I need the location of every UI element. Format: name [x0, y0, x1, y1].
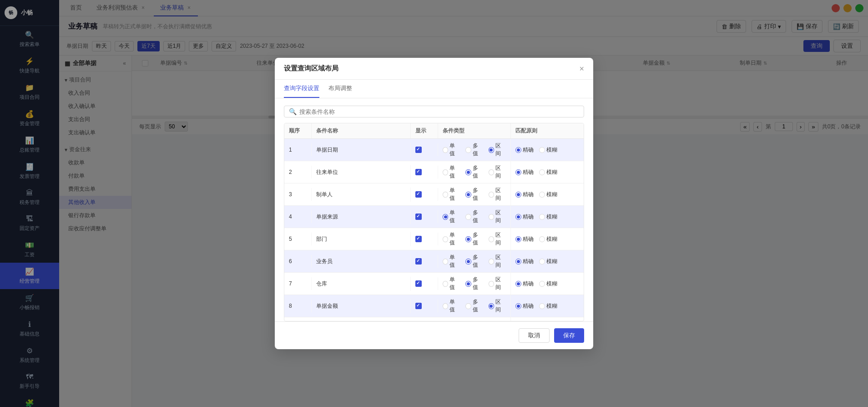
display-checkbox[interactable]	[415, 258, 422, 265]
display-checkbox[interactable]	[415, 236, 422, 242]
precise-radio[interactable]	[515, 147, 521, 153]
multiple-radio[interactable]	[465, 281, 471, 287]
display-checkbox[interactable]	[415, 147, 422, 153]
radio-item-multiple[interactable]: 多值	[465, 298, 483, 314]
display-checkbox[interactable]	[415, 169, 422, 175]
single-radio[interactable]	[443, 259, 448, 265]
radio-item-precise[interactable]: 精确	[515, 235, 534, 243]
single-radio[interactable]	[443, 169, 448, 175]
tab-field-settings[interactable]: 查询字段设置	[284, 80, 319, 98]
radio-item-precise[interactable]: 精确	[515, 168, 534, 176]
radio-item-fuzzy[interactable]: 模糊	[539, 280, 557, 288]
radio-item-precise[interactable]: 精确	[515, 302, 534, 310]
single-radio[interactable]	[443, 192, 448, 198]
radio-item-single[interactable]: 单值	[443, 187, 460, 202]
radio-item-multiple[interactable]: 多值	[465, 164, 483, 180]
radio-item-single[interactable]: 单值	[443, 164, 460, 180]
precise-radio[interactable]	[515, 192, 521, 198]
radio-item-multiple[interactable]: 多值	[465, 187, 483, 202]
range-label: 区间	[495, 164, 506, 180]
radio-item-precise[interactable]: 精确	[515, 213, 534, 221]
range-radio[interactable]	[489, 303, 494, 309]
precise-radio[interactable]	[515, 214, 521, 220]
fuzzy-radio[interactable]	[539, 259, 545, 265]
multiple-label: 多值	[473, 164, 483, 180]
display-checkbox[interactable]	[415, 191, 422, 198]
dialog-close-btn[interactable]: ×	[579, 65, 584, 73]
radio-item-range[interactable]: 区间	[489, 231, 506, 247]
precise-radio[interactable]	[515, 281, 521, 287]
tab-layout[interactable]: 布局调整	[328, 80, 352, 98]
radio-item-single[interactable]: 单值	[443, 231, 460, 247]
precise-radio[interactable]	[515, 169, 521, 175]
single-radio[interactable]	[443, 303, 448, 309]
cancel-button[interactable]: 取消	[519, 328, 550, 343]
radio-item-range[interactable]: 区间	[489, 164, 506, 180]
save-button[interactable]: 保存	[554, 328, 584, 343]
radio-item-single[interactable]: 单值	[443, 142, 460, 158]
range-radio[interactable]	[489, 214, 494, 220]
search-input[interactable]	[299, 108, 579, 115]
multiple-radio[interactable]	[465, 169, 471, 175]
radio-item-fuzzy[interactable]: 模糊	[539, 258, 557, 265]
range-radio[interactable]	[489, 192, 494, 198]
radio-item-multiple[interactable]: 多值	[465, 231, 483, 247]
range-radio[interactable]	[489, 259, 494, 265]
fuzzy-radio[interactable]	[539, 236, 545, 242]
row-condition-type: 单值多值区间	[438, 228, 511, 250]
fuzzy-radio[interactable]	[539, 147, 545, 153]
multiple-radio[interactable]	[465, 303, 471, 309]
range-radio[interactable]	[489, 236, 494, 242]
radio-item-single[interactable]: 单值	[443, 276, 460, 291]
display-checkbox[interactable]	[415, 280, 422, 287]
radio-item-precise[interactable]: 精确	[515, 258, 534, 265]
single-radio[interactable]	[443, 147, 448, 153]
radio-item-single[interactable]: 单值	[443, 298, 460, 314]
precise-radio[interactable]	[515, 303, 521, 309]
radio-item-fuzzy[interactable]: 模糊	[539, 235, 557, 243]
range-radio[interactable]	[489, 147, 494, 153]
display-checkbox[interactable]	[415, 214, 422, 220]
radio-item-range[interactable]: 区间	[489, 276, 506, 291]
radio-item-multiple[interactable]: 多值	[465, 276, 483, 291]
precise-label: 精确	[523, 191, 534, 198]
range-radio[interactable]	[489, 169, 494, 175]
single-radio[interactable]	[443, 281, 448, 287]
radio-item-range[interactable]: 区间	[489, 254, 506, 269]
radio-item-range[interactable]: 区间	[489, 209, 506, 224]
radio-item-range[interactable]: 区间	[489, 187, 506, 202]
fuzzy-radio[interactable]	[539, 303, 545, 309]
radio-item-range[interactable]: 区间	[489, 142, 506, 158]
radio-item-multiple[interactable]: 多值	[465, 209, 483, 224]
radio-item-fuzzy[interactable]: 模糊	[539, 191, 557, 198]
multiple-radio[interactable]	[465, 147, 471, 153]
single-radio[interactable]	[443, 214, 448, 220]
radio-item-multiple[interactable]: 多值	[465, 142, 483, 158]
radio-item-fuzzy[interactable]: 模糊	[539, 302, 557, 310]
radio-item-precise[interactable]: 精确	[515, 191, 534, 198]
multiple-radio[interactable]	[465, 259, 471, 265]
radio-item-precise[interactable]: 精确	[515, 280, 534, 288]
radio-item-single[interactable]: 单值	[443, 209, 460, 224]
radio-item-multiple[interactable]: 多值	[465, 254, 483, 269]
precise-radio[interactable]	[515, 236, 521, 242]
radio-item-fuzzy[interactable]: 模糊	[539, 146, 557, 154]
range-radio[interactable]	[489, 281, 494, 287]
fuzzy-radio[interactable]	[539, 214, 545, 220]
multiple-radio[interactable]	[465, 192, 471, 198]
display-checkbox[interactable]	[415, 303, 422, 309]
fuzzy-radio[interactable]	[539, 192, 545, 198]
precise-radio[interactable]	[515, 259, 521, 265]
radio-item-fuzzy[interactable]: 模糊	[539, 213, 557, 221]
dialog-table-row: 4单据来源单值多值区间精确模糊	[284, 206, 584, 228]
radio-item-range[interactable]: 区间	[489, 298, 506, 314]
fuzzy-radio[interactable]	[539, 169, 545, 175]
radio-item-single[interactable]: 单值	[443, 254, 460, 269]
multiple-radio[interactable]	[465, 214, 471, 220]
multiple-radio[interactable]	[465, 236, 471, 242]
radio-item-precise[interactable]: 精确	[515, 146, 534, 154]
single-radio[interactable]	[443, 236, 448, 242]
fuzzy-radio[interactable]	[539, 281, 545, 287]
radio-item-fuzzy[interactable]: 模糊	[539, 168, 557, 176]
precise-label: 精确	[523, 280, 534, 288]
